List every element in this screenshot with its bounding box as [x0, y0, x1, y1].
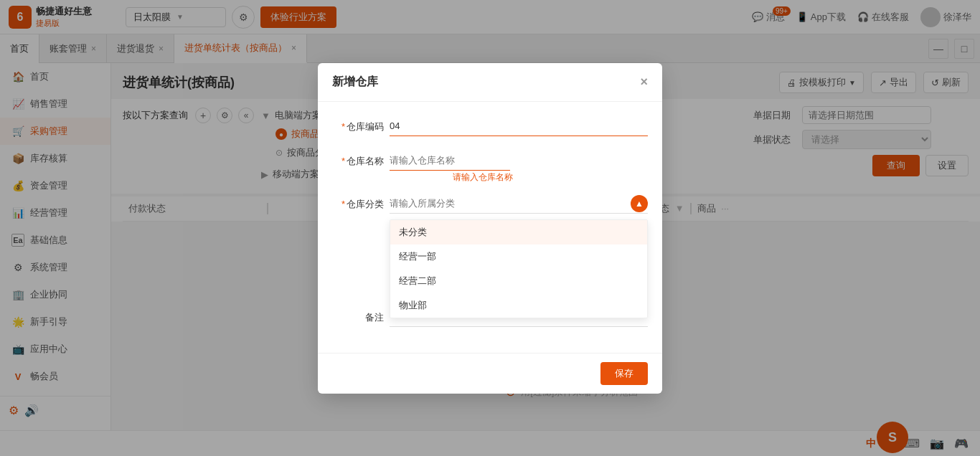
dropdown-item-operations2[interactable]: 经营二部 — [390, 269, 647, 293]
warehouse-name-row: 仓库名称 请输入仓库名称 — [332, 151, 648, 171]
dropdown-item-uncategorized[interactable]: 未分类 — [390, 220, 647, 244]
dialog-title: 新增仓库 — [332, 75, 378, 90]
warehouse-name-input[interactable] — [390, 151, 510, 171]
dialog-header: 新增仓库 × — [318, 63, 662, 102]
save-button[interactable]: 保存 — [600, 362, 648, 385]
dialog-footer: 保存 — [318, 353, 662, 394]
category-label: 仓库分类 — [332, 194, 390, 211]
dialog-close-button[interactable]: × — [640, 75, 648, 88]
modal-overlay: 新增仓库 × 仓库编码 仓库名称 请输入仓库名称 仓库分类 — [0, 0, 980, 456]
warehouse-category-row: 仓库分类 ▲ 未分类 经营一部 经营二部 物业部 — [332, 194, 648, 214]
name-error-message: 请输入仓库名称 — [453, 171, 513, 184]
category-dropdown-toggle[interactable]: ▲ — [631, 195, 648, 212]
warehouse-code-input[interactable] — [390, 116, 648, 136]
category-select-wrapper: ▲ 未分类 经营一部 经营二部 物业部 — [390, 194, 648, 214]
category-input[interactable] — [390, 194, 648, 214]
category-dropdown-list: 未分类 经营一部 经营二部 物业部 — [390, 219, 648, 318]
name-label: 仓库名称 — [332, 151, 390, 168]
code-label: 仓库编码 — [332, 116, 390, 133]
dialog-body: 仓库编码 仓库名称 请输入仓库名称 仓库分类 ▲ 未分类 — [318, 102, 662, 353]
dropdown-item-property[interactable]: 物业部 — [390, 293, 647, 318]
warehouse-code-row: 仓库编码 — [332, 116, 648, 136]
add-warehouse-dialog: 新增仓库 × 仓库编码 仓库名称 请输入仓库名称 仓库分类 — [318, 63, 662, 394]
notes-label: 备注 — [332, 307, 390, 324]
dropdown-item-operations1[interactable]: 经营一部 — [390, 244, 647, 269]
